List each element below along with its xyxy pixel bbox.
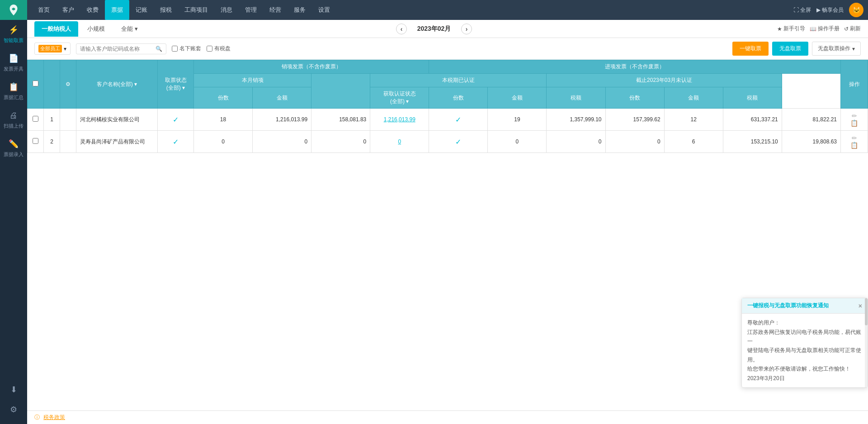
sidebar-item-smart-fetch[interactable]: ⚡ 智能取票	[0, 20, 27, 48]
search-input-wrap: 🔍	[76, 43, 166, 54]
search-icon[interactable]: 🔍	[156, 46, 162, 52]
nav-service[interactable]: 服务	[288, 0, 312, 20]
member-btn[interactable]: ▶ 畅享会员	[816, 6, 844, 14]
new-guide-btn[interactable]: ★ 新手引导	[777, 25, 805, 33]
row-action: ✏ 📋	[841, 109, 868, 131]
th-qty-uncert: 份数	[605, 87, 664, 109]
notif-scrollbar-thumb	[865, 298, 868, 325]
checkbox-tax-input[interactable]	[207, 46, 212, 52]
row-qty-sales: 0	[194, 131, 253, 153]
row-checkbox[interactable]	[28, 109, 44, 131]
row-settings	[60, 109, 76, 131]
sidebar-bottom: ⬇ ⚙	[0, 380, 27, 424]
sidebar-item-bottom-settings[interactable]: ⚙	[0, 400, 27, 419]
row-cumulative: 0	[370, 131, 429, 153]
bottom-settings-icon: ⚙	[8, 404, 19, 415]
row-tax-uncert: 81,822.21	[782, 109, 840, 131]
no-disk-fetch-btn[interactable]: 无盘取票	[772, 42, 808, 56]
filter-right: 一键取票 无盘取票 无盘取票操作 ▾	[732, 42, 861, 56]
search-input[interactable]	[80, 46, 156, 52]
nav-tax[interactable]: 报税	[154, 0, 178, 20]
cumulative-link[interactable]: 0	[398, 138, 401, 145]
nav-invoice[interactable]: 票据	[105, 0, 129, 20]
table-row: 1 河北柯橘桉实业有限公司 ✓ 18 1,216,013.99 158,081.…	[28, 109, 868, 131]
row-action: ✏ 📋	[841, 131, 868, 153]
edit-icon[interactable]: ✏	[850, 134, 859, 142]
tab-all[interactable]: 全能 ▾	[114, 21, 145, 37]
nav-home[interactable]: 首页	[32, 0, 56, 20]
table-row: 2 灵寿县尚泽矿产品有限公司 ✓ 0 0 0 0 ✓ 0 0 0 6 153,2…	[28, 131, 868, 153]
row-customer: 河北柯橘桉实业有限公司	[76, 109, 158, 131]
tab-general[interactable]: 一般纳税人	[34, 21, 78, 37]
row-cumulative: 1,216,013.99	[370, 109, 429, 131]
checkbox-tax[interactable]: 有税盘	[207, 45, 231, 52]
th-amount-uncert: 金额	[664, 87, 723, 109]
nav-manage[interactable]: 管理	[239, 0, 263, 20]
th-cumulative	[311, 74, 370, 109]
tab-small[interactable]: 小规模	[80, 21, 112, 37]
nav-operation[interactable]: 经营	[263, 0, 288, 20]
row-num: 1	[44, 109, 60, 131]
download-icon: ⬇	[8, 384, 19, 395]
select-all-checkbox[interactable]	[33, 81, 38, 86]
footer-bar: ⓘ 税务政策	[27, 410, 868, 424]
user-avatar[interactable]: 🐱	[849, 3, 863, 17]
row-amount-sales: 0	[253, 131, 311, 153]
date-prev-btn[interactable]: ‹	[396, 24, 407, 34]
nav-bookkeeping[interactable]: 记账	[129, 0, 154, 20]
date-next-btn[interactable]: ›	[461, 24, 472, 34]
edit-icon[interactable]: ✏	[850, 112, 859, 119]
sidebar-item-invoice-summary[interactable]: 📋 票据汇总	[0, 77, 27, 105]
sidebar-item-invoice-open[interactable]: 📄 发票开具	[0, 48, 27, 77]
notif-scrollbar[interactable]	[865, 298, 868, 387]
app-logo[interactable]	[0, 0, 27, 20]
row-amount-uncert: 631,337.21	[723, 109, 782, 131]
sidebar-item-scan-upload[interactable]: 🖨 扫描上传	[0, 105, 27, 134]
th-until-uncertified: 截止2023年03月未认证	[547, 74, 782, 87]
view-icon[interactable]: 📋	[849, 142, 860, 149]
th-purchase-group: 进项发票（不含作废票）	[429, 60, 841, 74]
tab-actions: ★ 新手引导 📖 操作手册 ↺ 刷新	[777, 25, 861, 33]
employee-dropdown-icon: ▾	[64, 46, 66, 52]
row-cert-state: ✓	[429, 109, 488, 131]
th-amount-purchase: 金额	[488, 87, 547, 109]
nav-customer[interactable]: 客户	[56, 0, 80, 20]
refresh-btn[interactable]: ↺ 刷新	[844, 25, 861, 33]
row-tax-purchase: 0	[605, 131, 664, 153]
refresh-icon: ↺	[844, 26, 849, 32]
operation-manual-btn[interactable]: 📖 操作手册	[810, 25, 840, 33]
sidebar-item-download[interactable]: ⬇	[0, 380, 27, 400]
employee-select[interactable]: 全部员工 ▾	[34, 43, 71, 55]
checkbox-xiami-input[interactable]	[172, 46, 178, 52]
nav-right: ⛶ 全屏 ▶ 畅享会员 🐱	[793, 3, 863, 17]
nav-message[interactable]: 消息	[214, 0, 239, 20]
notif-body-line: 给您带来的不便敬请谅解，祝您工作愉快！	[747, 364, 862, 373]
sidebar-item-invoice-entry[interactable]: ✏️ 票据录入	[0, 134, 27, 162]
row-qty-purchase: 19	[488, 109, 547, 131]
row-checkbox[interactable]	[28, 131, 44, 153]
checkbox-xiami[interactable]: 名下账套	[172, 45, 201, 52]
notif-body-line: 键登陆电子税务局与无盘取票相关功能可正常使	[747, 346, 862, 355]
notif-body-line: 尊敬的用户：	[747, 318, 862, 327]
notif-header: 一键报税与无盘取票功能恢复通知 ×	[742, 298, 868, 314]
notif-close-btn[interactable]: ×	[859, 302, 862, 310]
cumulative-link[interactable]: 1,216,013.99	[384, 116, 415, 123]
fullscreen-btn[interactable]: ⛶ 全屏	[793, 6, 811, 14]
main-table: ⚙ 客户名称(全部) ▾ 取票状态 (全部) ▾ 销项发票（不含作废票） 进项发…	[27, 60, 868, 153]
no-disk-ops-btn[interactable]: 无盘取票操作 ▾	[812, 42, 861, 56]
th-fetch-state: 取票状态 (全部) ▾	[158, 60, 194, 109]
th-settings: ⚙	[60, 60, 76, 109]
fetch-state-icon: ✓	[173, 116, 179, 124]
footer-link[interactable]: 税务政策	[43, 414, 65, 421]
employee-tag: 全部员工	[38, 45, 62, 52]
fetch-state-icon: ✓	[173, 138, 179, 146]
nav-collection[interactable]: 收费	[80, 0, 105, 20]
scan-upload-icon: 🖨	[8, 110, 19, 121]
member-icon: ▶	[816, 7, 821, 13]
dropdown-arrow-icon: ▾	[852, 46, 855, 52]
one-click-fetch-btn[interactable]: 一键取票	[732, 42, 769, 56]
nav-settings[interactable]: 设置	[312, 0, 336, 20]
view-icon[interactable]: 📋	[849, 119, 860, 127]
nav-industry[interactable]: 工商项目	[178, 0, 214, 20]
tab-bar: 一般纳税人 小规模 全能 ▾ ‹ 2023年02月 › ★ 新手引导 📖 操作手…	[27, 20, 868, 38]
